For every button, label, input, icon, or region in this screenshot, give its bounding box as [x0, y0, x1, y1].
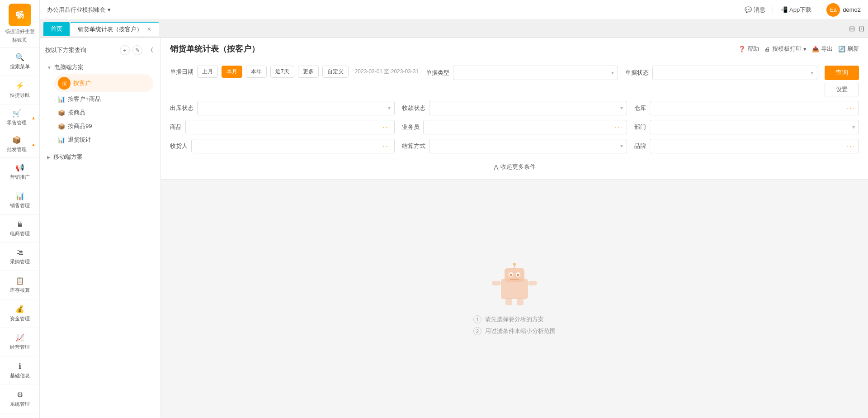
scheme-item-label: 按客户 — [73, 79, 91, 87]
user-profile[interactable]: Ea demo2 — [826, 3, 861, 17]
tip-1-text: 请先选择要分析的方案 — [485, 315, 544, 323]
page-header: 销货单统计表（按客户） ❓ 帮助 🖨 按模板打印 ▾ 📤 导出 — [161, 38, 868, 60]
order-type-chevron-icon: ▾ — [611, 70, 614, 76]
app-download-button[interactable]: 📲 App下载 — [780, 6, 811, 14]
scheme-category-arrow: ▼ — [47, 65, 52, 70]
help-label: 帮助 — [747, 45, 759, 53]
receipt-status-group: 收款状态 ▾ — [402, 101, 627, 115]
date-btn-this-year[interactable]: 本年 — [246, 66, 267, 78]
receipt-status-input[interactable]: ▾ — [429, 101, 627, 115]
sidebar-item-marketing[interactable]: 📢 营销推广 — [0, 158, 39, 186]
account-selector[interactable]: 办公用品行业模拟账套 ▾ — [47, 6, 111, 14]
product-group: 商品 ··· — [170, 120, 395, 134]
empty-state: 1 请先选择要分析的方案 2 用过滤条件来缩小分析范围 — [161, 180, 868, 418]
sidebar-item-sales-mgmt[interactable]: 📊 销售管理 — [0, 186, 39, 215]
department-input[interactable]: ▾ — [650, 120, 859, 134]
date-btn-custom[interactable]: 自定义 — [322, 66, 349, 78]
date-btn-7days[interactable]: 近7天 — [270, 66, 294, 78]
tab-home[interactable]: 首页 — [43, 22, 70, 36]
sidebar-item-label: 批发管理 — [7, 146, 27, 153]
department-chevron-icon: ▾ — [852, 124, 855, 130]
sidebar-item-ecom[interactable]: 🖥 电商管理 — [0, 215, 39, 243]
date-btn-last-month[interactable]: 上月 — [197, 66, 218, 78]
sidebar-item-inventory[interactable]: 📋 库存核算 — [0, 271, 39, 299]
scheme-category-mobile: ▶ 移动端方案 — [40, 148, 160, 166]
sidebar-item-enterprise[interactable]: 🤝 企业协同 — [0, 413, 39, 418]
scheme-item-by-customer[interactable]: 按 按客户 — [54, 74, 153, 92]
salesperson-more-icon: ··· — [615, 124, 623, 131]
brand-input[interactable]: ··· — [650, 139, 859, 153]
help-button[interactable]: ❓ 帮助 — [738, 45, 759, 53]
scheme-category-desktop: ▼ 电脑端方案 按 按客户 📊 按客户+商品 — [40, 59, 160, 148]
sidebar-item-purchase[interactable]: 🛍 采购管理 — [0, 243, 39, 271]
settings-button[interactable]: 设置 — [825, 83, 859, 96]
order-type-input[interactable]: ▾ — [453, 66, 618, 80]
template-print-button[interactable]: 🖨 按模板打印 ▾ — [764, 45, 807, 53]
date-btn-more[interactable]: 更多 — [298, 66, 319, 78]
tab-minimize-button[interactable]: ⊟ — [849, 24, 855, 33]
scheme-item-return-stat[interactable]: 📊 退货统计 — [54, 133, 153, 147]
svg-rect-8 — [528, 281, 537, 285]
template-print-arrow: ▾ — [803, 46, 807, 52]
scheme-items-desktop: 按 按客户 📊 按客户+商品 📦 按商品 📦 按商品99 — [45, 74, 155, 147]
receiver-input[interactable]: ··· — [191, 139, 395, 153]
scheme-item-by-product99[interactable]: 📦 按商品99 — [54, 119, 153, 133]
sidebar-item-wholesale[interactable]: 📦 批发管理 ▲ — [0, 131, 39, 158]
tab-close-button[interactable]: ✕ — [147, 26, 151, 33]
account-name: 办公用品行业模拟账套 — [47, 6, 106, 14]
collapse-button[interactable]: ⋀ 收起更多条件 — [494, 160, 536, 174]
scheme-collapse-button[interactable]: 《 — [145, 45, 155, 55]
svg-rect-6 — [510, 279, 519, 280]
system-icon: ⚙ — [17, 390, 23, 399]
refresh-icon: 🔄 — [838, 46, 845, 52]
sidebar-item-basic-info[interactable]: ℹ 基础信息 — [0, 356, 39, 385]
scheme-panel-header: 按以下方案查询 ＋ ✎ 《 — [40, 42, 160, 59]
scheme-item-by-customer-product[interactable]: 📊 按客户+商品 — [54, 92, 153, 106]
date-label: 单据日期 — [170, 68, 193, 76]
query-button[interactable]: 查询 — [825, 66, 859, 80]
header-right: 💬 消息 📲 App下载 Ea demo2 — [745, 3, 861, 17]
tab-sales-stat[interactable]: 销货单统计表（按客户） ✕ — [71, 22, 159, 36]
sidebar-item-finance[interactable]: 💰 资金管理 — [0, 299, 39, 328]
refresh-label: 刷新 — [847, 45, 859, 53]
sidebar-item-label: 快捷导航 — [10, 92, 30, 99]
order-status-input[interactable]: ▾ — [652, 66, 817, 80]
scheme-item-label: 按商品 — [68, 109, 85, 117]
tip-num-1: 1 — [473, 315, 481, 323]
scheme-category-mobile-header[interactable]: ▶ 移动端方案 — [45, 150, 155, 164]
order-status-chevron-icon: ▾ — [811, 70, 813, 76]
message-label: 消息 — [754, 6, 765, 14]
sidebar-item-retail[interactable]: 🛒 零售管理 ▲ — [0, 104, 39, 131]
scheme-panel-title: 按以下方案查询 — [45, 46, 86, 54]
date-btn-this-month[interactable]: 本月 — [222, 66, 242, 78]
salesperson-input[interactable]: ··· — [423, 120, 627, 134]
sidebar-item-operations[interactable]: 📈 经营管理 — [0, 328, 39, 356]
refresh-button[interactable]: 🔄 刷新 — [838, 45, 859, 53]
sidebar: 畅 畅捷通好生意 标账页 🔍 搜索菜单 ⚡ 快捷导航 🛒 零售管理 ▲ 📦 批发… — [0, 0, 40, 418]
sidebar-item-quick-nav[interactable]: ⚡ 快捷导航 — [0, 76, 39, 104]
tip-2-text: 用过滤条件来缩小分析范围 — [485, 327, 556, 335]
settle-method-input[interactable]: ▾ — [429, 139, 627, 153]
collapse-label: 收起更多条件 — [500, 163, 536, 171]
scheme-edit-button[interactable]: ✎ — [132, 45, 142, 55]
sidebar-item-system[interactable]: ⚙ 系统管理 — [0, 385, 39, 413]
warehouse-input[interactable]: ··· — [650, 101, 859, 115]
product-label: 商品 — [170, 123, 182, 131]
by-product-icon: 📦 — [58, 109, 65, 116]
sidebar-item-search[interactable]: 🔍 搜索菜单 — [0, 48, 39, 76]
scheme-add-button[interactable]: ＋ — [120, 45, 130, 55]
collapse-arrow-icon: ⋀ — [494, 164, 499, 171]
message-button[interactable]: 💬 消息 — [745, 6, 765, 14]
order-status-group: 单据状态 ▾ — [625, 66, 817, 80]
scheme-item-by-product[interactable]: 📦 按商品 — [54, 106, 153, 119]
purchase-icon: 🛍 — [16, 248, 24, 256]
basic-info-icon: ℹ — [19, 362, 21, 370]
operations-icon: 📈 — [15, 333, 24, 342]
receiver-group: 收货人 ··· — [170, 139, 395, 153]
brand-label: 品牌 — [634, 142, 646, 150]
out-status-input[interactable]: ▾ — [197, 101, 395, 115]
tab-expand-button[interactable]: ⊡ — [859, 24, 864, 33]
scheme-category-desktop-header[interactable]: ▼ 电脑端方案 — [45, 61, 155, 74]
export-button[interactable]: 📤 导出 — [812, 45, 833, 53]
product-input[interactable]: ··· — [185, 120, 395, 134]
